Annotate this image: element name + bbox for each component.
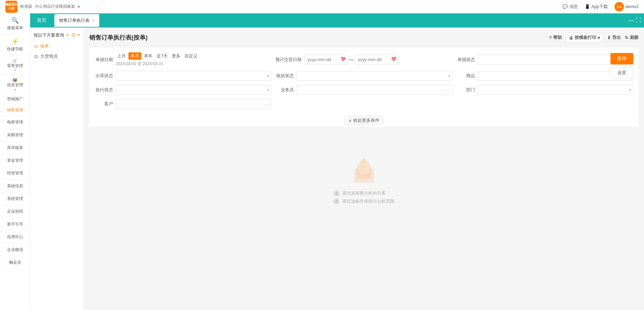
dept-input[interactable]	[478, 85, 633, 95]
help-button[interactable]: ? 帮助	[549, 35, 562, 41]
sidebar-item-marketing[interactable]: 营销推广	[0, 94, 30, 105]
export-button[interactable]: ⬇ 导出	[607, 35, 621, 41]
scheme-item2-icon: ⊙	[34, 54, 38, 59]
date-tab-this-month[interactable]: 本月	[128, 52, 141, 60]
page-title-actions: ? 帮助 🖨 按模板打印 ▾ ⬇ 导出 ↻	[549, 33, 639, 42]
sidebar-item-inventory[interactable]: 库存核算	[0, 142, 30, 154]
exec-status-label: 执行状态	[95, 87, 113, 93]
doc-status-label: 单据状态	[457, 57, 475, 63]
date-tab-custom[interactable]: 自定义	[183, 52, 199, 60]
exec-status-wrap: ▾	[116, 85, 271, 95]
sidebar-item-wholesale[interactable]: 📦 批发管理	[0, 75, 30, 94]
scheme-item-by-order[interactable]: ⊙ 按单	[30, 41, 84, 51]
sidebar-item-search[interactable]: 🔍 搜索菜单	[0, 13, 30, 35]
sidebar-item-apps[interactable]: 应用中心	[0, 231, 30, 244]
expected-date-start-wrap: 📅	[304, 55, 348, 65]
exec-status-input[interactable]	[116, 85, 271, 95]
settings-scheme-button[interactable]: ⊙	[71, 32, 76, 39]
filter-section: 单据日期 上月 本月 本年 近7天 更多 自定义	[89, 48, 639, 126]
main-layout: 🔍 搜索菜单 ⚡ 快捷导航 🛒 零售管理 📦 批发管理 营销推广 销售管理	[0, 13, 644, 310]
sidebar: 🔍 搜索菜单 ⚡ 快捷导航 🛒 零售管理 📦 批发管理 营销推广 销售管理	[0, 13, 30, 310]
filter-out-status: 出库状态 ▾	[95, 71, 271, 81]
scheme-item-debt[interactable]: ⊙ 欠货情况	[30, 51, 84, 61]
sidebar-item-newbie[interactable]: 新手引导	[0, 218, 30, 231]
sidebar-item-sales[interactable]: 销售管理	[0, 105, 30, 116]
print-button[interactable]: 🖨 按模板打印 ▾	[566, 33, 603, 42]
left-panel-header: 按以下方案查询 ＋ ⊙ «	[30, 32, 84, 41]
empty-hint-1: 1 请先选择要分析的方案	[333, 190, 394, 196]
sidebar-item-purchase[interactable]: 采购管理	[0, 129, 30, 142]
sidebar-item-ecom[interactable]: 电商管理	[0, 116, 30, 129]
collapse-icon: ∧	[348, 118, 352, 123]
tab-close-button[interactable]: ×	[92, 18, 95, 23]
date-label: 单据日期	[95, 57, 113, 63]
print-icon: 🖨	[569, 35, 573, 40]
collapse-row: ∧ 收起更多条件	[95, 113, 633, 125]
filter-date: 单据日期 上月 本月 本年 近7天 更多 自定义	[95, 52, 271, 67]
refresh-button[interactable]: ↻ 刷新	[625, 35, 639, 41]
filter-doc-status: 单据状态 ▾	[457, 55, 633, 65]
customer-dots-icon[interactable]: ···	[264, 101, 269, 107]
doc-status-input[interactable]	[478, 55, 633, 65]
app-download-button[interactable]: 📱 App下载	[585, 4, 608, 10]
print-dropdown-icon: ▾	[598, 35, 600, 40]
app-logo: 畅捷通好生意	[5, 1, 17, 13]
tab-home[interactable]: 首页	[30, 13, 53, 28]
date-tab-more[interactable]: 更多	[170, 52, 182, 60]
collapse-button[interactable]: ∧ 收起更多条件	[344, 116, 384, 125]
tab-minimize-icon[interactable]: —	[629, 17, 634, 23]
expected-date-end-wrap: 📅	[355, 55, 398, 65]
salesperson-input[interactable]	[297, 85, 452, 95]
sidebar-item-member[interactable]: 畅会员	[0, 256, 30, 269]
empty-hint-2: 2 用过滤条件来缩小分析范围	[333, 198, 394, 204]
avatar: Ea	[614, 2, 624, 11]
goods-input[interactable]	[478, 71, 633, 81]
tab-active[interactable]: 销售订单执行表 ×	[54, 14, 99, 27]
sidebar-item-finance[interactable]: 资金管理	[0, 154, 30, 167]
filter-row-2: 出库状态 ▾ 收款状态 ▾	[95, 71, 633, 81]
add-scheme-button[interactable]: ＋	[65, 32, 70, 39]
left-panel: 按以下方案查询 ＋ ⊙ « ⊙ 按单 ⊙ 欠货情况	[30, 28, 84, 310]
sidebar-item-quicknav[interactable]: ⚡ 快捷导航	[0, 35, 30, 56]
goods-label: 商品	[457, 73, 475, 79]
wholesale-icon: 📦	[12, 78, 17, 82]
user-menu[interactable]: Ea demo2	[614, 2, 639, 11]
date-tab-last-month[interactable]: 上月	[116, 52, 127, 60]
help-icon: ?	[549, 35, 552, 40]
tabbar: 首页 销售订单执行表 × — ⛶	[30, 13, 644, 28]
sidebar-item-biz[interactable]: 经营管理	[0, 167, 30, 180]
date-tab-this-year[interactable]: 本年	[143, 52, 154, 60]
query-button[interactable]: 查询	[610, 53, 633, 64]
recv-status-input[interactable]	[297, 71, 452, 81]
export-icon: ⬇	[607, 35, 611, 40]
tab-maximize-icon[interactable]: ⛶	[636, 17, 641, 23]
sidebar-item-sys[interactable]: 系统管理	[0, 193, 30, 205]
svg-marker-3	[360, 158, 368, 163]
doc-status-wrap: ▾	[478, 55, 633, 65]
query-actions: 查询 设置	[610, 53, 633, 79]
scheme-item-icon: ⊙	[34, 44, 38, 49]
out-status-input[interactable]	[116, 71, 271, 81]
filter-expected-date: 预计交货日期 📅 — 📅	[275, 55, 452, 65]
recv-status-label: 收款状态	[275, 73, 294, 79]
salesperson-label: 业务员	[275, 87, 294, 93]
settings-button[interactable]: 设置	[610, 67, 633, 79]
customer-input[interactable]	[116, 99, 271, 109]
expected-date-label: 预计交货日期	[275, 57, 302, 63]
sidebar-item-wechat[interactable]: 企业微信	[0, 244, 30, 256]
sidebar-item-corp[interactable]: 企业协同	[0, 205, 30, 218]
filter-row-3: 执行状态 ▾ 业务员 ···	[95, 85, 633, 95]
quicknav-icon: ⚡	[11, 38, 19, 45]
sidebar-item-base[interactable]: 基础信息	[0, 180, 30, 193]
app-subtitle: 标准版	[20, 4, 32, 9]
filter-recv-status: 收款状态 ▾	[275, 71, 452, 81]
message-button[interactable]: 💬 消息	[562, 4, 578, 10]
collapse-panel-button[interactable]: «	[77, 32, 80, 39]
date-tab-7days[interactable]: 近7天	[155, 52, 169, 60]
top-title-dropdown[interactable]: ▾	[78, 4, 80, 9]
inner-layout: 按以下方案查询 ＋ ⊙ « ⊙ 按单 ⊙ 欠货情况	[30, 28, 644, 310]
salesperson-dots-icon[interactable]: ···	[445, 87, 450, 93]
svg-rect-2	[358, 163, 369, 174]
sidebar-item-retail[interactable]: 🛒 零售管理	[0, 56, 30, 74]
filter-exec-status: 执行状态 ▾	[95, 85, 271, 95]
